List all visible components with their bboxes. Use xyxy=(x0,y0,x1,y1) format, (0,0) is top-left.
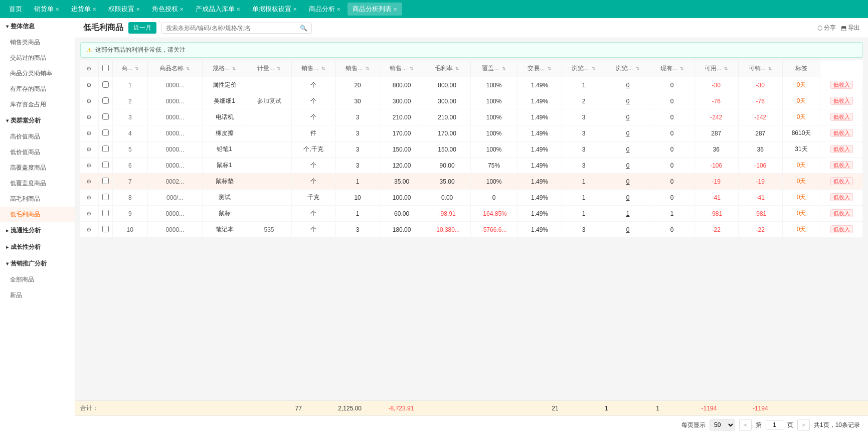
col-coverage[interactable]: 覆盖... ⇅ xyxy=(470,60,517,77)
export-button[interactable]: ⬒ 导出 xyxy=(841,24,860,32)
col-spec[interactable]: 规格... ⇅ xyxy=(202,60,247,77)
sidebar-item-high-value[interactable]: 高价值商品 xyxy=(0,129,75,144)
close-icon[interactable]: ✕ xyxy=(180,7,184,12)
cell-settings[interactable]: ⚙ xyxy=(80,222,98,238)
col-settings[interactable]: ⚙ xyxy=(80,60,98,77)
col-current-stock[interactable]: 现有... ⇅ xyxy=(650,60,694,77)
sidebar-item-sales-goods[interactable]: 销售类商品 xyxy=(0,35,75,50)
cell-current-stock: -981 xyxy=(694,206,738,222)
sidebar-item-low-margin[interactable]: 低毛利商品 xyxy=(0,207,75,222)
nav-permissions[interactable]: 权限设置 ✕ xyxy=(103,3,145,16)
sidebar-item-low-value[interactable]: 低价值商品 xyxy=(0,144,75,160)
share-button[interactable]: ⬡ 分享 xyxy=(817,24,836,32)
sidebar-group-circulation[interactable]: ▸ 流通性分析 xyxy=(0,222,75,239)
col-sales-amount[interactable]: 销售... ⇅ xyxy=(335,60,380,77)
sidebar-item-in-stock[interactable]: 有库存的商品 xyxy=(0,81,75,97)
nav-home[interactable]: 首页 xyxy=(4,3,27,16)
period-button[interactable]: 近一月 xyxy=(128,22,156,34)
cell-settings[interactable]: ⚙ xyxy=(80,174,98,190)
cell-saleable: 0天 xyxy=(782,77,820,93)
close-icon[interactable]: ✕ xyxy=(236,7,240,12)
nav-product-analysis[interactable]: 商品分析 ✕ xyxy=(304,3,345,16)
cell-settings[interactable]: ⚙ xyxy=(80,77,98,93)
col-name[interactable]: 商品名称 ⇅ xyxy=(148,60,202,77)
cell-checkbox[interactable] xyxy=(98,158,112,174)
cell-checkbox[interactable] xyxy=(98,125,112,141)
col-sales-qty[interactable]: 销售... ⇅ xyxy=(291,60,335,77)
sidebar-item-all-products[interactable]: 全部商品 xyxy=(0,272,75,287)
col-gross-margin[interactable]: 毛利率 ⇅ xyxy=(424,60,470,77)
cell-checkbox[interactable] xyxy=(98,93,112,109)
sidebar-item-traded-goods[interactable]: 交易过的商品 xyxy=(0,50,75,66)
cell-settings[interactable]: ⚙ xyxy=(80,158,98,174)
sidebar-item-new-products[interactable]: 新品 xyxy=(0,287,75,303)
close-icon[interactable]: ✕ xyxy=(92,7,96,12)
col-checkbox[interactable] xyxy=(98,60,112,77)
cell-views1[interactable]: 0 xyxy=(606,222,650,238)
cell-settings[interactable]: ⚙ xyxy=(80,141,98,158)
header-actions: ⬡ 分享 ⬒ 导出 xyxy=(817,24,860,32)
cell-checkbox[interactable] xyxy=(98,190,112,206)
cell-views1[interactable]: 0 xyxy=(606,158,650,174)
close-icon[interactable]: ✕ xyxy=(55,7,59,12)
nav-purchase-order[interactable]: 进货单 ✕ xyxy=(66,3,101,16)
sidebar-item-high-margin[interactable]: 高毛利商品 xyxy=(0,191,75,207)
col-views1[interactable]: 浏览... ⇅ xyxy=(562,60,606,77)
cell-views1[interactable]: 1 xyxy=(606,206,650,222)
sidebar-group-growth[interactable]: ▸ 成长性分析 xyxy=(0,239,75,255)
cell-views1[interactable]: 0 xyxy=(606,190,650,206)
col-transactions[interactable]: 交易... ⇅ xyxy=(517,60,562,77)
nav-role-auth[interactable]: 角色授权 ✕ xyxy=(147,3,189,16)
close-icon[interactable]: ✕ xyxy=(393,7,397,12)
sidebar-item-category-sales-rate[interactable]: 商品分类助销率 xyxy=(0,66,75,81)
col-views2[interactable]: 浏览... ⇅ xyxy=(606,60,650,77)
sidebar-group-cluster[interactable]: ▾ 类群堂分析 xyxy=(0,112,75,129)
sidebar-item-high-coverage[interactable]: 高覆盖度商品 xyxy=(0,160,75,176)
prev-page-button[interactable]: ＜ xyxy=(739,419,752,431)
cell-spec xyxy=(247,190,291,206)
nav-template-settings[interactable]: 单据模板设置 ✕ xyxy=(247,3,302,16)
close-icon[interactable]: ✕ xyxy=(293,7,297,12)
col-unit[interactable]: 计量... ⇅ xyxy=(247,60,291,77)
cell-checkbox[interactable] xyxy=(98,174,112,190)
cell-settings[interactable]: ⚙ xyxy=(80,93,98,109)
col-saleable[interactable]: 可销... ⇅ xyxy=(738,60,782,77)
col-sales-profit[interactable]: 销售... ⇅ xyxy=(380,60,424,77)
main-content: 低毛利商品 近一月 🔍 ⬡ 分享 ⬒ 导出 ⚠ 这部分商品的利润非常低，请关注 xyxy=(75,18,868,434)
next-page-button[interactable]: ＞ xyxy=(797,419,810,431)
col-code[interactable]: 商... ⇅ xyxy=(112,60,148,77)
close-icon[interactable]: ✕ xyxy=(136,7,140,12)
cell-checkbox[interactable] xyxy=(98,109,112,125)
cell-checkbox[interactable] xyxy=(98,206,112,222)
cell-checkbox[interactable] xyxy=(98,222,112,238)
nav-sales-order[interactable]: 销货单 ✕ xyxy=(29,3,64,16)
search-icon[interactable]: 🔍 xyxy=(300,25,307,32)
cell-settings[interactable]: ⚙ xyxy=(80,190,98,206)
cell-settings[interactable]: ⚙ xyxy=(80,206,98,222)
sidebar-item-low-coverage[interactable]: 低覆盖度商品 xyxy=(0,176,75,191)
cell-tag: 低收入 xyxy=(820,206,863,222)
cell-checkbox[interactable] xyxy=(98,77,112,93)
sidebar-item-stock-capital[interactable]: 库存资金占用 xyxy=(0,97,75,112)
cell-views1[interactable]: 0 xyxy=(606,77,650,93)
per-page-select[interactable]: 50 20 100 xyxy=(710,419,735,430)
sidebar-group-overall[interactable]: ▾ 整体信息 xyxy=(0,18,75,35)
page-input[interactable] xyxy=(766,420,783,430)
cell-views1[interactable]: 0 xyxy=(606,93,650,109)
col-available[interactable]: 可用... ⇅ xyxy=(694,60,738,77)
select-all-checkbox[interactable] xyxy=(102,65,109,71)
cell-views1[interactable]: 0 xyxy=(606,125,650,141)
cell-settings[interactable]: ⚙ xyxy=(80,125,98,141)
cell-code: 0000... xyxy=(148,93,202,109)
cell-views1[interactable]: 0 xyxy=(606,141,650,158)
cell-views1[interactable]: 0 xyxy=(606,109,650,125)
close-icon[interactable]: ✕ xyxy=(336,7,340,12)
total-label: 共1页，10条记录 xyxy=(814,421,860,429)
cell-views1[interactable]: 0 xyxy=(606,174,650,190)
cell-checkbox[interactable] xyxy=(98,141,112,158)
sidebar-group-marketing[interactable]: ▾ 营销推广分析 xyxy=(0,255,75,272)
cell-settings[interactable]: ⚙ xyxy=(80,109,98,125)
nav-product-analysis-list[interactable]: 商品分析列表 ✕ xyxy=(348,3,402,16)
nav-product-entry[interactable]: 产成品入库单 ✕ xyxy=(191,3,245,16)
search-input[interactable] xyxy=(166,25,297,32)
